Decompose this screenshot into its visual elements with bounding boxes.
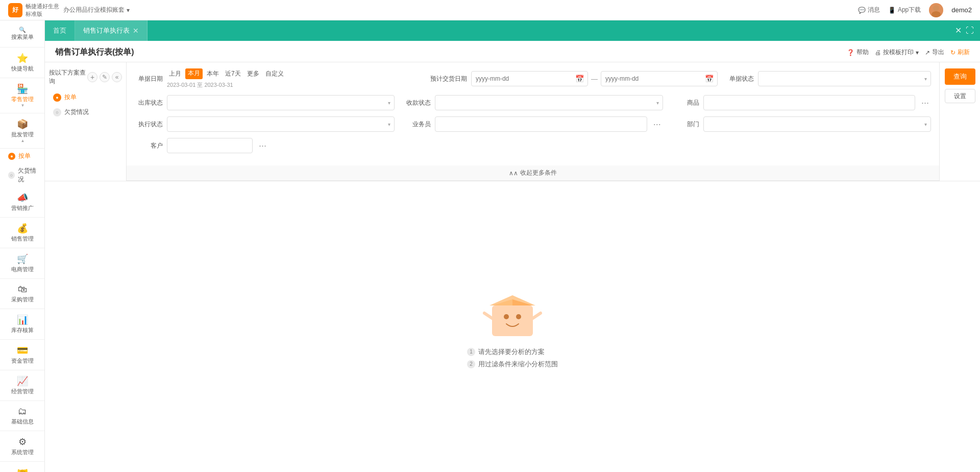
salesperson-input[interactable] (435, 116, 647, 132)
filter-row-1: 单据日期 上月 本月 本年 近7天 更多 自定义 (135, 68, 931, 89)
press-dot-icon: ● (8, 153, 15, 160)
customer-input[interactable] (167, 138, 253, 153)
filter-field-payment: 收款状态 ▾ (403, 95, 663, 110)
user-name[interactable]: demo2 (951, 6, 972, 14)
query-button[interactable]: 查询 (945, 68, 975, 85)
tab-sales-order-exec[interactable]: 销售订单执行表 ✕ (75, 20, 148, 41)
print-button[interactable]: 🖨 按模板打印 ▾ (875, 48, 919, 57)
filter-field-date: 单据日期 上月 本月 本年 近7天 更多 自定义 (135, 68, 422, 89)
sidebar-item-retail[interactable]: 🏪 零售管理 ▼ (0, 78, 44, 113)
exec-status-label: 执行状态 (135, 120, 163, 129)
sidebar-item-purchase[interactable]: 🛍 采购管理 (0, 279, 44, 309)
message-icon: 💬 (858, 7, 866, 14)
expand-window-button[interactable]: ⛶ (966, 27, 974, 35)
customer-more-icon[interactable]: ··· (257, 140, 268, 151)
collapse-bar[interactable]: ∧∧ 收起更多条件 (127, 166, 939, 181)
settings-button[interactable]: 设置 (945, 89, 975, 103)
sidebar-item-wholesale[interactable]: 📦 批发管理 ▲ (0, 113, 44, 149)
scheme-edit-button[interactable]: ✎ (100, 72, 110, 82)
search-menu-button[interactable]: 🔍 搜索菜单 (2, 25, 42, 43)
date-tab-custom[interactable]: 自定义 (263, 68, 286, 79)
print-expand-icon: ▾ (916, 49, 919, 56)
scheme-item-press[interactable]: ● 按单 (49, 90, 122, 105)
logo-text: 畅捷通好生意 标准版 (26, 3, 59, 17)
top-bar-left: 好 畅捷通好生意 标准版 办公用品行业模拟账套 ▾ (8, 3, 130, 17)
page-header: 销售订单执行表(按单) ❓ 帮助 🖨 按模板打印 ▾ ↗ 导出 (45, 41, 980, 62)
operations-icon: 📈 (17, 375, 28, 387)
refresh-button[interactable]: ↻ 刷新 (950, 48, 970, 57)
svg-rect-2 (492, 305, 533, 336)
date-range-display: 2023-03-01 至 2023-03-31 (167, 81, 422, 89)
date-tab-last-month[interactable]: 上月 (167, 68, 183, 79)
retail-icon: 🏪 (17, 83, 28, 95)
svg-point-0 (933, 5, 939, 11)
salesperson-more-icon[interactable]: ··· (651, 119, 663, 130)
svg-point-1 (932, 11, 941, 17)
collapse-arrow-icon: ∧∧ (509, 170, 518, 177)
inventory-icon: 📊 (17, 314, 28, 325)
delivery-end-date-input[interactable] (601, 71, 718, 86)
goods-input[interactable] (703, 95, 915, 110)
customer-label: 客户 (135, 141, 163, 150)
filter-row-4: 客户 ··· (135, 138, 931, 153)
top-bar: 好 畅捷通好生意 标准版 办公用品行业模拟账套 ▾ 💬 消息 📱 App下载 d… (0, 0, 980, 20)
quick-nav-icon: ⭐ (17, 53, 28, 64)
app-download-button[interactable]: 📱 App下载 (888, 6, 921, 14)
sidebar-item-finance[interactable]: 💳 资金管理 (0, 340, 44, 370)
search-icon: 🔍 (19, 27, 26, 33)
delivery-start-date-input[interactable] (471, 71, 588, 86)
tab-home[interactable]: 首页 (45, 20, 75, 41)
delivery-label: 预计交货日期 (430, 75, 467, 83)
collapse-bar-label: ∧∧ 收起更多条件 (509, 169, 557, 177)
message-button[interactable]: 💬 消息 (858, 6, 880, 14)
goods-more-icon[interactable]: ··· (919, 98, 931, 108)
sidebar-item-sales[interactable]: 💰 销售管理 (0, 218, 44, 248)
outbound-select[interactable] (167, 95, 395, 110)
purchase-icon: 🛍 (18, 284, 27, 295)
sidebar-item-system[interactable]: ⚙ 系统管理 (0, 431, 44, 462)
date-tab-7days[interactable]: 近7天 (223, 68, 243, 79)
scheme-add-button[interactable]: + (87, 72, 97, 82)
sidebar-item-enterprise[interactable]: 🤝 企业协同 (0, 462, 44, 472)
sidebar-item-marketing[interactable]: 📣 营销推广 (0, 187, 44, 218)
print-icon: 🖨 (875, 49, 881, 56)
sidebar-subitem-press[interactable]: ● 按单 (0, 149, 44, 163)
main-layout: 🔍 搜索菜单 ⭐ 快捷导航 🏪 零售管理 ▼ 📦 批发管理 ▲ ● 按单 ○ 欠… (0, 20, 980, 472)
payment-select[interactable] (435, 95, 663, 110)
sidebar-item-inventory[interactable]: 📊 库存核算 (0, 309, 44, 340)
sidebar-item-quick-nav[interactable]: ⭐ 快捷导航 (0, 48, 44, 78)
scheme-actions: + ✎ « (87, 72, 122, 82)
tab-close-icon[interactable]: ✕ (133, 27, 139, 34)
scheme-debt-dot-icon: ○ (53, 108, 61, 116)
filter-row-2: 出库状态 ▾ 收款状态 (135, 95, 931, 110)
help-button[interactable]: ❓ 帮助 (847, 48, 869, 57)
svg-line-6 (533, 313, 541, 318)
enterprise-icon: 🤝 (17, 467, 28, 472)
delivery-end-date-wrapper: 📅 (601, 71, 718, 86)
calendar-end-icon[interactable]: 📅 (705, 75, 714, 83)
filter-fields-wrapper: 单据日期 上月 本月 本年 近7天 更多 自定义 (127, 62, 939, 181)
system-icon: ⚙ (18, 436, 27, 447)
close-window-button[interactable]: ✕ (955, 27, 962, 35)
department-select[interactable] (703, 116, 931, 132)
sidebar-item-operations[interactable]: 📈 经营管理 (0, 370, 44, 401)
export-button[interactable]: ↗ 导出 (925, 48, 944, 57)
mobile-icon: 📱 (888, 7, 896, 14)
exec-status-select[interactable] (167, 116, 395, 132)
sidebar-item-basics[interactable]: 🗂 基础信息 (0, 401, 44, 431)
wholesale-expand-icon: ▲ (21, 138, 25, 143)
scheme-collapse-button[interactable]: « (112, 72, 122, 82)
date-tab-this-year[interactable]: 本年 (205, 68, 221, 79)
payment-label: 收款状态 (403, 99, 431, 107)
order-status-select[interactable] (758, 71, 931, 86)
scheme-item-debt[interactable]: ○ 欠货情况 (49, 105, 122, 120)
empty-box-svg (482, 285, 543, 341)
scheme-label: 按以下方案查询 (49, 68, 87, 86)
sidebar-subitem-debt[interactable]: ○ 欠货情况 (0, 163, 44, 187)
date-tab-this-month[interactable]: 本月 (185, 68, 203, 79)
empty-illustration (482, 285, 543, 341)
scheme-press-dot-icon: ● (53, 93, 61, 102)
date-tab-more[interactable]: 更多 (245, 68, 261, 79)
sidebar-item-ecommerce[interactable]: 🛒 电商管理 (0, 248, 44, 279)
calendar-start-icon[interactable]: 📅 (575, 75, 584, 83)
